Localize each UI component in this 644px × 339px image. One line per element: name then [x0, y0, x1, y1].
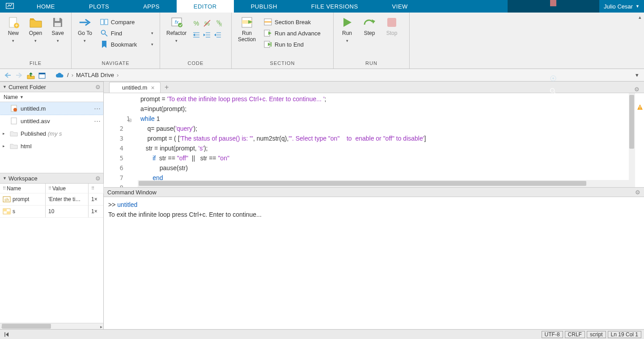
address-dropdown[interactable]: ▾	[633, 72, 641, 78]
top-tab-view[interactable]: VIEW	[375, 0, 425, 13]
stop-button[interactable]: Stop	[382, 15, 402, 37]
refactor-button[interactable]: fx Refactor	[164, 15, 189, 44]
group-label-file: FILE	[0, 60, 71, 69]
var-str-icon: ch	[3, 195, 11, 203]
dirty-dot-icon	[116, 86, 119, 89]
matlab-logo-icon	[0, 0, 20, 13]
nav-browse-icon[interactable]	[38, 70, 47, 80]
decrease-indent-icon[interactable]	[213, 30, 222, 39]
run-button[interactable]: Run	[337, 15, 357, 44]
fold-minus-icon[interactable]: ⊟	[128, 116, 131, 125]
run-to-end-button[interactable]: Run to End	[261, 39, 328, 49]
command-window[interactable]: >> untitledTo exit the infinite loop pre…	[104, 197, 644, 329]
close-tab-icon[interactable]: ×	[151, 84, 154, 91]
open-button[interactable]: Open	[26, 15, 46, 44]
file-row[interactable]: ▸html	[0, 140, 103, 152]
svg-point-20	[178, 23, 182, 27]
code-editor[interactable]: ⊟ 1 2 3 4 5 6 7 8 9 prompt = 'To exit th…	[104, 93, 644, 187]
run-section-button[interactable]: Run Section	[235, 15, 258, 43]
command-window-header[interactable]: Command Window ⚙	[104, 187, 644, 197]
ws-var-size[interactable]: 1×	[89, 206, 103, 218]
panel-options-icon[interactable]: ⚙	[95, 84, 101, 90]
editor-vscrollbar[interactable]	[629, 93, 635, 180]
stop-recording-icon[interactable]	[549, 0, 557, 6]
wrap-comment-icon[interactable]: %%	[213, 19, 222, 28]
user-menu[interactable]: Julio Cesar	[599, 0, 644, 13]
code-area[interactable]: prompt = 'To exit the infinite loop pres…	[138, 93, 644, 187]
editor-hscrollbar[interactable]	[138, 180, 635, 187]
workspace-title: Workspace	[8, 175, 38, 182]
editor-tab-label: untitled.m	[122, 84, 147, 91]
row-more-icon[interactable]: ⋯	[94, 117, 101, 125]
ws-var-size[interactable]: 1×	[89, 193, 103, 206]
file-row[interactable]: untitled.m⋯	[0, 102, 103, 115]
goto-start-icon[interactable]	[3, 330, 11, 339]
breadcrumb-drive[interactable]: MATLAB Drive	[76, 72, 114, 78]
ws-col-name[interactable]: ⠿Name	[0, 184, 46, 193]
find-button[interactable]: Find▾	[97, 28, 156, 38]
ws-var-value[interactable]: 10	[46, 206, 89, 218]
svg-text:%: %	[219, 22, 222, 27]
new-button[interactable]: + New	[4, 15, 23, 44]
nav-forward-icon[interactable]	[14, 70, 24, 80]
goto-button[interactable]: Go To	[75, 15, 95, 44]
top-tab-home[interactable]: HOME	[20, 0, 72, 13]
target-icon[interactable]	[549, 75, 557, 82]
ws-var-name[interactable]: chprompt	[0, 193, 46, 206]
top-tab-apps[interactable]: APPS	[126, 0, 177, 13]
file-column-header[interactable]: Name▼	[0, 92, 103, 102]
status-filetype[interactable]: script	[587, 331, 606, 338]
breadcrumb[interactable]: / › MATLAB Drive ›	[55, 72, 119, 78]
ws-col-extra[interactable]: ⠿	[89, 184, 104, 193]
panel-options-icon[interactable]: ⚙	[635, 189, 640, 196]
top-tab-editor[interactable]: EDITOR	[177, 0, 234, 13]
svg-text:fx: fx	[174, 19, 178, 25]
warning-triangle-icon[interactable]	[637, 104, 643, 110]
svg-rect-43	[7, 211, 10, 214]
section-break-button[interactable]: Section Break	[261, 17, 328, 27]
top-tab-publish[interactable]: PUBLISH	[234, 0, 294, 13]
collapse-triangle-icon[interactable]: ▼	[3, 176, 7, 180]
command-window-title: Command Window	[107, 189, 157, 196]
ws-var-name[interactable]: s	[0, 206, 46, 218]
step-button[interactable]: Step	[360, 15, 379, 37]
bookmark-icon	[100, 40, 108, 48]
file-row[interactable]: untitled.asv⋯	[0, 115, 103, 127]
status-eol[interactable]: CRLF	[565, 331, 585, 338]
row-more-icon[interactable]: ⋯	[94, 104, 101, 112]
cloud-icon	[55, 72, 64, 78]
ws-var-value[interactable]: 'Enter the ti…	[46, 193, 89, 206]
workspace-header[interactable]: ▼ Workspace ⚙	[0, 173, 103, 184]
top-tab-file-versions[interactable]: FILE VERSIONS	[294, 0, 375, 13]
nav-back-icon[interactable]	[3, 70, 13, 80]
new-tab-button[interactable]: +	[161, 82, 172, 93]
top-tab-plots[interactable]: PLOTS	[72, 0, 126, 13]
panel-options-icon[interactable]: ⚙	[95, 175, 101, 182]
svg-rect-45	[640, 108, 640, 109]
svg-rect-1	[550, 0, 556, 6]
bookmark-button[interactable]: Bookmark▾	[97, 39, 156, 49]
run-and-advance-button[interactable]: Run and Advance	[261, 28, 328, 38]
workspace-hscrollbar[interactable]: ◂▸	[0, 323, 103, 329]
comment-percent-icon[interactable]: %	[192, 19, 201, 28]
group-label-code: CODE	[160, 60, 231, 69]
compare-button[interactable]: Compare	[97, 17, 156, 27]
collapse-triangle-icon[interactable]: ▼	[3, 85, 7, 89]
status-cursor-position[interactable]: Ln 19 Col 1	[608, 331, 641, 338]
collapse-toolstrip-icon[interactable]: ▴	[639, 14, 641, 20]
current-folder-header[interactable]: ▼ Current Folder ⚙	[0, 82, 103, 92]
ws-col-value[interactable]: ⠿Value	[46, 184, 89, 193]
save-button[interactable]: Save	[48, 15, 68, 44]
status-encoding[interactable]: UTF-8	[542, 331, 563, 338]
increase-indent-icon[interactable]	[203, 30, 212, 39]
svg-point-7	[551, 89, 555, 93]
file-row[interactable]: ▸Published (my s	[0, 127, 103, 140]
indent-icon[interactable]	[192, 30, 201, 39]
file-list: untitled.m⋯untitled.asv⋯▸Published (my s…	[0, 102, 103, 173]
breadcrumb-root[interactable]: /	[67, 72, 69, 78]
address-bar: / › MATLAB Drive › ▾	[0, 69, 644, 82]
editor-tab[interactable]: untitled.m ×	[109, 82, 161, 93]
uncomment-icon[interactable]: %	[203, 19, 212, 28]
nav-up-icon[interactable]	[26, 70, 36, 80]
editor-options-icon[interactable]: ⚙	[634, 86, 640, 93]
